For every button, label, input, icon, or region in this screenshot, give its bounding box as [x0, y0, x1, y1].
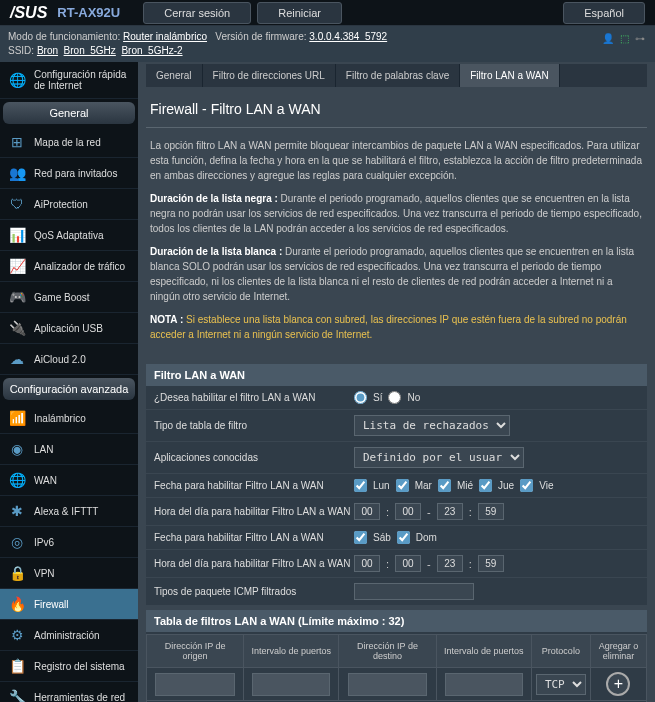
status-icon-1[interactable]: 👤	[602, 32, 614, 46]
section-header-filter: Filtro LAN a WAN	[146, 364, 647, 386]
time2-h1[interactable]	[354, 555, 380, 572]
sidebar-icon: ✱	[8, 503, 26, 519]
sidebar-item-label: Alexa & IFTTT	[34, 506, 98, 517]
firmware-link[interactable]: 3.0.0.4.384_5792	[309, 31, 387, 42]
sidebar-item-label: LAN	[34, 444, 53, 455]
sidebar-item-analizador-de-tr-fico[interactable]: 📈Analizador de tráfico	[0, 251, 138, 282]
desc-p1: La opción filtro LAN a WAN permite bloqu…	[150, 138, 643, 183]
sidebar-item-mapa-de-la-red[interactable]: ⊞Mapa de la red	[0, 127, 138, 158]
day-Mar-checkbox[interactable]	[396, 479, 409, 492]
sidebar-icon: 👥	[8, 165, 26, 181]
yes-label: Sí	[373, 392, 382, 403]
sidebar-item-wan[interactable]: 🌐WAN	[0, 465, 138, 496]
icmp-label: Tipos de paquete ICMP filtrados	[154, 586, 354, 597]
col-dst-ip: Dirección IP de destino	[339, 635, 436, 668]
tab-url-filter[interactable]: Filtro de direcciones URL	[203, 64, 336, 87]
sidebar-item-label: AiCloud 2.0	[34, 354, 86, 365]
time2-m1[interactable]	[395, 555, 421, 572]
info-bar: Modo de funcionamiento: Router inalámbri…	[0, 26, 655, 62]
sidebar-item-label: VPN	[34, 568, 55, 579]
time1-h1[interactable]	[354, 503, 380, 520]
col-src-ip: Dirección IP de origen	[147, 635, 244, 668]
ssid-1[interactable]: Bron	[37, 45, 58, 56]
date2-label: Fecha para habilitar Filtro LAN a WAN	[154, 532, 354, 543]
usb-icon[interactable]: ⊶	[635, 32, 645, 46]
apps-select[interactable]: Definido por el usuario	[354, 447, 524, 468]
sidebar-item-label: Mapa de la red	[34, 137, 101, 148]
logout-button[interactable]: Cerrar sesión	[143, 2, 251, 24]
sidebar-item-label: QoS Adaptativa	[34, 230, 104, 241]
sidebar-item-label: Registro del sistema	[34, 661, 125, 672]
add-row-button[interactable]: +	[606, 672, 630, 696]
sidebar-item-registro-del-sistema[interactable]: 📋Registro del sistema	[0, 651, 138, 682]
tab-lan-wan-filter[interactable]: Filtro LAN a WAN	[460, 64, 560, 87]
language-dropdown[interactable]: Español	[563, 2, 645, 24]
status-icon-2[interactable]: ⬚	[620, 32, 629, 46]
time2-m2[interactable]	[478, 555, 504, 572]
sidebar-item-aiprotection[interactable]: 🛡AiProtection	[0, 189, 138, 220]
sidebar-item-label: Configuración rápida de Internet	[34, 69, 130, 91]
sidebar-item-aicloud-2-0[interactable]: ☁AiCloud 2.0	[0, 344, 138, 375]
enable-no-radio[interactable]	[388, 391, 401, 404]
tabletype-label: Tipo de tabla de filtro	[154, 420, 354, 431]
day-Mié-checkbox[interactable]	[438, 479, 451, 492]
ssid-label: SSID:	[8, 45, 34, 56]
sidebar-item-label: WAN	[34, 475, 57, 486]
dst-ip-input[interactable]	[348, 673, 427, 696]
sidebar-item-red-para-invitados[interactable]: 👥Red para invitados	[0, 158, 138, 189]
sidebar-item-qos-adaptativa[interactable]: 📊QoS Adaptativa	[0, 220, 138, 251]
enable-yes-radio[interactable]	[354, 391, 367, 404]
dst-port-input[interactable]	[445, 673, 523, 696]
sidebar-icon: 📋	[8, 658, 26, 674]
sidebar-item-herramientas-de-red[interactable]: 🔧Herramientas de red	[0, 682, 138, 702]
sidebar-icon: ◎	[8, 534, 26, 550]
sidebar-item-administraci-n[interactable]: ⚙Administración	[0, 620, 138, 651]
sidebar-item-inal-mbrico[interactable]: 📶Inalámbrico	[0, 403, 138, 434]
sidebar-item-alexa-ifttt[interactable]: ✱Alexa & IFTTT	[0, 496, 138, 527]
content-area: General Filtro de direcciones URL Filtro…	[138, 62, 655, 702]
time1-label: Hora del día para habilitar Filtro LAN a…	[154, 506, 354, 517]
sidebar-icon: 🎮	[8, 289, 26, 305]
sidebar-icon: 📈	[8, 258, 26, 274]
sidebar-item-ipv6[interactable]: ◎IPv6	[0, 527, 138, 558]
src-ip-input[interactable]	[155, 673, 234, 696]
day-Sáb-checkbox[interactable]	[354, 531, 367, 544]
col-proto: Protocolo	[531, 635, 590, 668]
src-port-input[interactable]	[252, 673, 330, 696]
day-Jue-checkbox[interactable]	[479, 479, 492, 492]
day-Dom-checkbox[interactable]	[397, 531, 410, 544]
desc-p3-bold: Duración de la lista blanca :	[150, 246, 282, 257]
ssid-3[interactable]: Bron_5GHz-2	[121, 45, 182, 56]
sidebar-item-label: Firewall	[34, 599, 68, 610]
sidebar-item-label: IPv6	[34, 537, 54, 548]
time1-m1[interactable]	[395, 503, 421, 520]
tab-general[interactable]: General	[146, 64, 203, 87]
sidebar-item-game-boost[interactable]: 🎮Game Boost	[0, 282, 138, 313]
tab-keyword-filter[interactable]: Filtro de palabras clave	[336, 64, 460, 87]
sidebar-item-vpn[interactable]: 🔒VPN	[0, 558, 138, 589]
sidebar-item-firewall[interactable]: 🔥Firewall	[0, 589, 138, 620]
day-label: Mié	[457, 480, 473, 491]
tabletype-select[interactable]: Lista de rechazados	[354, 415, 510, 436]
desc-p2-bold: Duración de la lista negra :	[150, 193, 278, 204]
reboot-button[interactable]: Reiniciar	[257, 2, 342, 24]
col-action: Agregar o eliminar	[590, 635, 646, 668]
icmp-input[interactable]	[354, 583, 474, 600]
mode-label: Modo de funcionamiento:	[8, 31, 120, 42]
time1-m2[interactable]	[478, 503, 504, 520]
page-title: Firewall - Filtro LAN a WAN	[146, 87, 647, 128]
mode-link[interactable]: Router inalámbrico	[123, 31, 207, 42]
ssid-2[interactable]: Bron_5GHz	[64, 45, 116, 56]
sidebar-item-lan[interactable]: ◉LAN	[0, 434, 138, 465]
time2-h2[interactable]	[437, 555, 463, 572]
sidebar-quick-setup[interactable]: 🌐 Configuración rápida de Internet	[0, 62, 138, 99]
proto-select[interactable]: TCP	[536, 674, 586, 695]
enable-label: ¿Desea habilitar el filtro LAN a WAN	[154, 392, 354, 403]
sidebar-item-aplicaci-n-usb[interactable]: 🔌Aplicación USB	[0, 313, 138, 344]
time1-h2[interactable]	[437, 503, 463, 520]
sidebar-icon: 📊	[8, 227, 26, 243]
note-bold: NOTA :	[150, 314, 183, 325]
day-Lun-checkbox[interactable]	[354, 479, 367, 492]
sidebar-item-label: Inalámbrico	[34, 413, 86, 424]
day-Vie-checkbox[interactable]	[520, 479, 533, 492]
